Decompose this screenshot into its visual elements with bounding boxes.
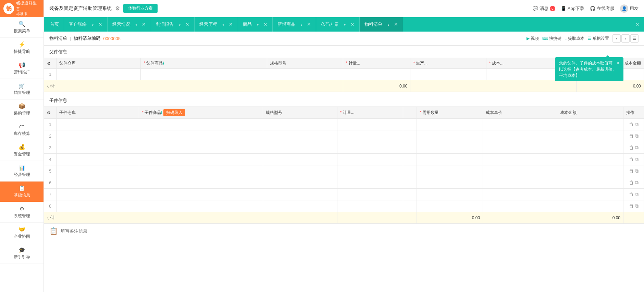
child-amount-cell[interactable]	[557, 177, 623, 189]
breadcrumb-main[interactable]: 物料清单	[49, 35, 67, 42]
copy-icon[interactable]: ⧉	[635, 203, 639, 209]
sidebar-item-system[interactable]: ⚙系统管理	[0, 202, 44, 223]
parent-unit-cell[interactable]	[343, 69, 410, 80]
child-warehouse-cell[interactable]	[57, 142, 139, 154]
child-warehouse-cell[interactable]	[57, 119, 139, 130]
child-spec-cell[interactable]	[263, 165, 337, 177]
menu-arrow[interactable]: ☰	[630, 34, 639, 43]
settings-icon[interactable]: ⚙	[115, 5, 120, 12]
delete-icon[interactable]: 🗑	[629, 203, 634, 209]
tab-close-4[interactable]: ✕	[229, 22, 233, 27]
message-btn[interactable]: 💬 消息 6	[533, 5, 555, 12]
delete-icon[interactable]: 🗑	[629, 121, 634, 127]
child-product-cell[interactable]	[139, 130, 263, 142]
child-qty-cell[interactable]	[417, 119, 483, 130]
sidebar-item-guide[interactable]: 🎓新手引导	[0, 243, 44, 264]
child-warehouse-cell[interactable]	[57, 189, 139, 200]
nav-tab-7[interactable]: 条码方案∨✕	[316, 17, 360, 32]
child-unit-cell[interactable]	[337, 200, 403, 212]
child-warehouse-cell[interactable]	[57, 200, 139, 212]
child-qty-cell[interactable]	[417, 165, 483, 177]
online-service-btn[interactable]: 🎧 在线客服	[590, 5, 615, 12]
child-unitprice-cell[interactable]	[483, 130, 557, 142]
child-qty-cell[interactable]	[417, 177, 483, 189]
child-spec-cell[interactable]	[263, 177, 337, 189]
nav-tab-4[interactable]: 经营历程∨✕	[195, 17, 238, 32]
child-unit-cell[interactable]	[337, 142, 403, 154]
child-qty-cell[interactable]	[417, 189, 483, 200]
child-spec-cell[interactable]	[263, 142, 337, 154]
child-qty-cell[interactable]	[417, 130, 483, 142]
config-icon[interactable]: ⚙	[47, 61, 51, 66]
child-product-cell[interactable]	[139, 165, 263, 177]
tab-dropdown-6[interactable]: ∨	[299, 22, 304, 27]
sidebar-item-sales[interactable]: 🛒销售管理	[0, 79, 44, 100]
remarks-input[interactable]	[61, 229, 639, 234]
child-product-cell[interactable]	[139, 177, 263, 189]
child-spec-cell[interactable]	[263, 200, 337, 212]
child-warehouse-cell[interactable]	[57, 165, 139, 177]
tab-dropdown-2[interactable]: ∨	[134, 22, 138, 27]
delete-icon[interactable]: 🗑	[629, 180, 634, 186]
parent-produce-cell[interactable]	[410, 69, 486, 80]
child-unitprice-cell[interactable]	[483, 177, 557, 189]
tab-dropdown-1[interactable]: ∨	[90, 22, 95, 27]
sidebar-item-operations[interactable]: 📊经营管理	[0, 161, 44, 182]
tab-close-1[interactable]: ✕	[98, 22, 102, 27]
nav-tab-6[interactable]: 新增商品∨✕	[273, 17, 316, 32]
tab-close-8[interactable]: ✕	[394, 22, 398, 27]
delete-icon[interactable]: 🗑	[629, 168, 634, 174]
child-product-cell[interactable]	[139, 142, 263, 154]
child-warehouse-cell[interactable]	[57, 130, 139, 142]
child-spec-cell[interactable]	[263, 119, 337, 130]
copy-icon[interactable]: ⧉	[635, 145, 639, 151]
extract-cost-btn[interactable]: ↓ 提取成本	[565, 36, 584, 42]
copy-icon[interactable]: ⧉	[635, 168, 639, 174]
copy-icon[interactable]: ⧉	[635, 156, 639, 162]
child-unitprice-cell[interactable]	[483, 200, 557, 212]
parent-cost-cell[interactable]	[486, 69, 562, 80]
sidebar-item-purchase[interactable]: 📦采购管理	[0, 100, 44, 120]
sidebar-item-marketing[interactable]: 📢营销推广	[0, 58, 44, 79]
child-unit-cell[interactable]	[337, 165, 403, 177]
child-product-cell[interactable]	[139, 119, 263, 130]
nav-tab-2[interactable]: 经营情况∨✕	[108, 17, 151, 32]
child-unit-cell[interactable]	[337, 130, 403, 142]
sidebar-item-finance[interactable]: 💰资金管理	[0, 140, 44, 161]
nav-tab-0[interactable]: 首页	[45, 17, 64, 32]
sidebar-item-search[interactable]: 🔍搜索菜单	[0, 17, 44, 38]
parent-warehouse-cell[interactable]	[57, 69, 141, 80]
child-unitprice-cell[interactable]	[483, 119, 557, 130]
child-amount-cell[interactable]	[557, 130, 623, 142]
delete-icon[interactable]: 🗑	[629, 133, 634, 139]
child-unitprice-cell[interactable]	[483, 165, 557, 177]
copy-icon[interactable]: ⧉	[635, 121, 639, 127]
tab-close-5[interactable]: ✕	[263, 22, 268, 27]
child-unitprice-cell[interactable]	[483, 154, 557, 165]
nav-tab-3[interactable]: 利润报告∨✕	[151, 17, 195, 32]
child-spec-cell[interactable]	[263, 130, 337, 142]
child-amount-cell[interactable]	[557, 200, 623, 212]
copy-icon[interactable]: ⧉	[635, 191, 639, 197]
child-config-icon[interactable]: ⚙	[47, 110, 51, 115]
copy-icon[interactable]: ⧉	[635, 180, 639, 186]
nav-tab-5[interactable]: 商品∨✕	[238, 17, 273, 32]
sidebar-item-inventory[interactable]: 🗃库存核算	[0, 120, 44, 140]
child-unitprice-cell[interactable]	[483, 142, 557, 154]
view-btn[interactable]: ▶ 视频	[527, 36, 539, 42]
child-qty-cell[interactable]	[417, 154, 483, 165]
tab-close-7[interactable]: ✕	[350, 22, 355, 27]
tab-dropdown-5[interactable]: ∨	[255, 22, 260, 27]
child-unitprice-cell[interactable]	[483, 189, 557, 200]
next-arrow[interactable]: ›	[621, 34, 630, 43]
child-unit-cell[interactable]	[337, 119, 403, 130]
child-spec-cell[interactable]	[263, 154, 337, 165]
child-amount-cell[interactable]	[557, 142, 623, 154]
child-product-cell[interactable]	[139, 200, 263, 212]
tab-dropdown-4[interactable]: ∨	[221, 22, 225, 27]
nav-tab-8[interactable]: 物料清单∨✕	[360, 17, 403, 32]
user-menu[interactable]: 👤 用友	[620, 4, 639, 13]
shortcut-btn[interactable]: ⌨ 快捷键	[542, 36, 561, 42]
child-amount-cell[interactable]	[557, 165, 623, 177]
tab-dropdown-3[interactable]: ∨	[177, 22, 182, 27]
